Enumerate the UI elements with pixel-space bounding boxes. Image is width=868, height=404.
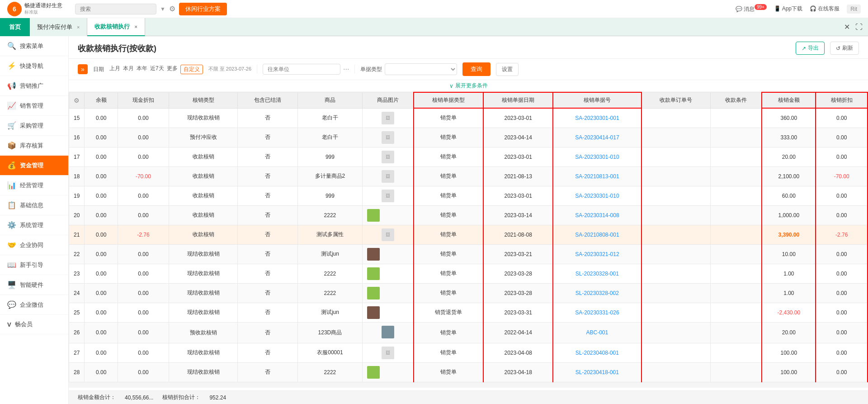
sidebar-item-purchase[interactable]: 🛒 采购管理 — [0, 116, 68, 136]
tab-maximize-btn[interactable]: ⛶ — [854, 22, 864, 32]
tab-prepay[interactable]: 预付冲应付单 × — [30, 18, 87, 36]
bill-no-link[interactable]: SL-20230408-001 — [576, 350, 619, 356]
date-this-month[interactable]: 本月 — [123, 65, 134, 74]
cell-bill-no[interactable]: SA-20230331-026 — [553, 303, 641, 322]
expand-conditions-btn[interactable]: ∨ 展开更多条件 — [449, 82, 488, 90]
sidebar-item-sales[interactable]: 📈 销售管理 — [0, 96, 68, 116]
tab-right-icons: ✕ ⛶ — [842, 22, 868, 32]
bill-no-link[interactable]: SA-20230301-001 — [575, 115, 619, 121]
message-link[interactable]: 💬 消息99+ — [736, 5, 767, 13]
cell-bill-no[interactable]: SL-20230328-002 — [553, 283, 641, 303]
top-search-input[interactable] — [75, 4, 156, 14]
tab-close-window-btn[interactable]: ✕ — [842, 22, 852, 32]
cell-bill-no[interactable]: SA-20230414-017 — [553, 128, 641, 147]
cell-balance: 0.00 — [85, 244, 118, 264]
cell-bill-no[interactable]: SA-20230301-001 — [553, 108, 641, 128]
tab-cancel-close[interactable]: × — [134, 24, 137, 29]
sidebar-item-search[interactable]: 🔍 搜索菜单 — [0, 36, 68, 56]
cell-included: 否 — [238, 244, 298, 264]
vip-icon: V — [7, 321, 11, 328]
cell-bill-no[interactable]: SA-20210808-001 — [553, 225, 641, 244]
partner-input[interactable] — [263, 64, 340, 75]
bill-no-link[interactable]: SL-20230328-001 — [576, 271, 619, 277]
cell-cash-discount: 0.00 — [118, 244, 169, 264]
gear-icon[interactable]: ⚙ — [169, 5, 175, 13]
cell-product-img — [363, 303, 414, 322]
th-cancel-type: 核销类型 — [169, 92, 237, 108]
bill-no-link[interactable]: SA-20230331-026 — [575, 309, 619, 316]
cell-amount: 20.00 — [762, 147, 816, 166]
horizontal-scrollbar[interactable] — [69, 382, 868, 388]
cell-included: 否 — [238, 225, 298, 244]
cell-amount: 1,000.00 — [762, 205, 816, 225]
th-gear[interactable]: ⚙ — [69, 92, 85, 108]
cell-discount: 0.00 — [816, 362, 868, 382]
logo-icon: 6 — [7, 2, 22, 16]
bill-no-link[interactable]: SA-20210808-001 — [575, 232, 619, 238]
online-service-link[interactable]: 🎧 在线客服 — [810, 5, 840, 13]
sidebar-item-sales-label: 销售管理 — [20, 102, 43, 110]
sidebar-item-hardware[interactable]: 🖥️ 智能硬件 — [0, 275, 68, 295]
bill-no-link[interactable]: SA-20230314-008 — [575, 212, 619, 219]
bill-no-link[interactable]: SA-20230301-010 — [575, 193, 619, 199]
cell-bill-no[interactable]: ABC-001 — [553, 322, 641, 343]
sidebar-item-nav[interactable]: ⚡ 快捷导航 — [0, 56, 68, 76]
bill-no-link[interactable]: SL-20230418-001 — [576, 369, 619, 375]
filter-expand-btn[interactable]: » — [78, 64, 88, 74]
cell-discount: 0.00 — [816, 322, 868, 343]
export-icon: ↗ — [802, 45, 806, 52]
cell-bill-type: 销货单 — [414, 264, 483, 283]
bill-no-link[interactable]: SA-20210813-001 — [575, 173, 619, 180]
date-this-year[interactable]: 本年 — [137, 65, 147, 74]
sidebar-item-finance[interactable]: 💰 资金管理 — [0, 156, 68, 176]
cell-bill-no[interactable]: SA-20230321-012 — [553, 244, 641, 264]
sidebar-item-wechat[interactable]: 💬 企业微信 — [0, 295, 68, 315]
query-btn[interactable]: 查询 — [462, 62, 491, 76]
bill-no-link[interactable]: SL-20230328-002 — [576, 290, 619, 296]
bill-no-link[interactable]: SA-20230321-012 — [575, 251, 619, 257]
sidebar-item-operation[interactable]: 📊 经营管理 — [0, 176, 68, 195]
tab-prepay-close[interactable]: × — [77, 24, 80, 30]
cell-order-no — [642, 225, 711, 244]
product-img: 🖼 — [382, 347, 394, 359]
sidebar-item-basic[interactable]: 📋 基础信息 — [0, 195, 68, 215]
cell-bill-no[interactable]: SA-20230301-010 — [553, 186, 641, 205]
app-download-link[interactable]: 📱 App下载 — [774, 5, 802, 13]
data-table: ⚙ 余额 现金折扣 核销类型 包含已结清 商品 商品图片 核销单据类型 核销单据… — [69, 92, 868, 382]
date-custom-btn[interactable]: 自定义 — [180, 65, 203, 74]
cell-product: 测试多属性 — [297, 225, 363, 244]
bill-no-link[interactable]: SA-20230414-017 — [575, 134, 619, 141]
bill-type-select[interactable] — [385, 63, 457, 75]
date-last-month[interactable]: 上月 — [109, 65, 120, 74]
cell-bill-no[interactable]: SA-20230301-010 — [553, 147, 641, 166]
industry-btn[interactable]: 休闲行业方案 — [179, 3, 227, 15]
sidebar-item-system[interactable]: ⚙️ 系统管理 — [0, 215, 68, 235]
cell-bill-date: 2022-04-14 — [483, 322, 553, 343]
cell-bill-no[interactable]: SA-20210813-001 — [553, 166, 641, 186]
tab-home[interactable]: 首页 — [0, 18, 30, 36]
cell-bill-date: 2023-04-18 — [483, 362, 553, 382]
date-7days[interactable]: 近7天 — [150, 65, 164, 74]
sidebar-item-inventory[interactable]: 📦 库存核算 — [0, 136, 68, 156]
export-btn[interactable]: ↗ 导出 — [796, 42, 825, 55]
tab-cancel[interactable]: 收款核销执行 × — [87, 18, 145, 36]
sidebar-item-guide[interactable]: 📖 新手引导 — [0, 255, 68, 275]
bill-no-link[interactable]: SA-20230301-010 — [575, 154, 619, 160]
user-display[interactable]: Rit — [847, 5, 861, 14]
gear-col-icon[interactable]: ⚙ — [74, 97, 80, 104]
date-options: 上月 本月 本年 近7天 更多 自定义 — [109, 65, 203, 74]
sidebar-item-vip[interactable]: V 畅会员 — [0, 315, 68, 334]
cell-id: 23 — [69, 264, 85, 283]
sidebar-item-marketing[interactable]: 📢 营销推广 — [0, 76, 68, 96]
settings-btn[interactable]: 设置 — [496, 63, 519, 76]
cell-bill-no[interactable]: SL-20230408-001 — [553, 343, 641, 362]
cell-bill-no[interactable]: SL-20230418-001 — [553, 362, 641, 382]
bill-no-link[interactable]: ABC-001 — [586, 329, 609, 336]
partner-dots[interactable]: ··· — [343, 65, 349, 73]
sidebar-item-collab[interactable]: 🤝 企业协同 — [0, 235, 68, 255]
chart-icon: 📈 — [7, 101, 16, 110]
date-more[interactable]: 更多 — [167, 65, 178, 74]
cell-bill-no[interactable]: SL-20230328-001 — [553, 264, 641, 283]
cell-bill-no[interactable]: SA-20230314-008 — [553, 205, 641, 225]
refresh-btn[interactable]: ↺ 刷新 — [830, 42, 859, 55]
